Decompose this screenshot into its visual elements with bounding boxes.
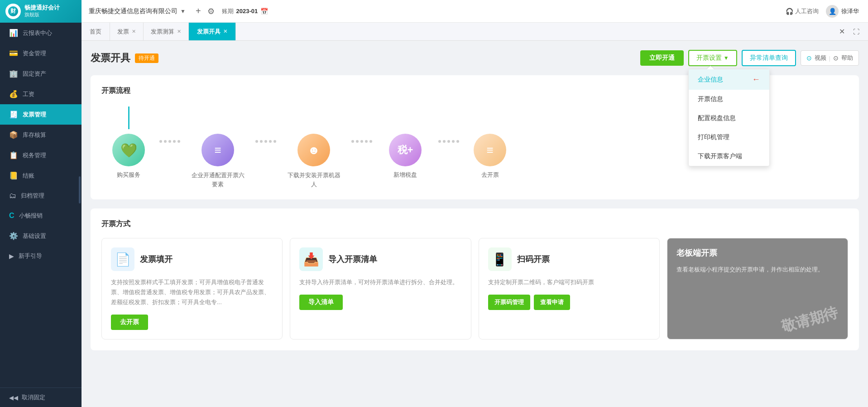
help-label[interactable]: 帮助	[841, 54, 853, 62]
dropdown-printer-label: 打印机管理	[698, 133, 729, 141]
logo-area: 财 畅捷通好会计 旗舰版	[0, 0, 82, 23]
sidebar-item-assets[interactable]: 🏢 固定资产	[0, 63, 82, 84]
video-label[interactable]: 视频	[815, 54, 826, 62]
card3-btn1[interactable]: 开票码管理	[488, 295, 530, 310]
sidebar-item-cloud-report[interactable]: 📊 云报表中心	[0, 23, 82, 43]
card2-btn[interactable]: 导入清单	[299, 295, 343, 310]
status-badge: 待开通	[135, 53, 158, 63]
billing-card-import: 📥 导入开票清单 支持导入待开票清单，可对待开票清单进行拆分、合并处理。 导入清…	[290, 238, 471, 339]
billing-cards-grid: 📄 发票填开 支持按照发票样式手工填开发票；可开具增值税电子普通发票、增值税普通…	[101, 238, 848, 339]
sidebar-label-invoice: 发票管理	[23, 111, 46, 119]
settings-button-label: 开票设置	[696, 54, 722, 62]
sidebar-item-payroll[interactable]: 💰 工资	[0, 84, 82, 104]
step4-circle: 税+	[389, 134, 422, 166]
flow-step-1: 💚 购买服务	[101, 107, 156, 179]
user-avatar-icon: 👤	[826, 5, 839, 18]
sidebar-label-sales: 小畅报销	[19, 212, 43, 220]
card1-title: 发票填开	[140, 254, 173, 265]
sidebar-item-archive[interactable]: 🗂 归档管理	[0, 186, 82, 206]
sidebar-item-fund[interactable]: 💳 资金管理	[0, 43, 82, 63]
tab-invoice-issue-close[interactable]: ✕	[223, 29, 227, 34]
add-company-button[interactable]: +	[193, 6, 204, 16]
billing-section-title: 开票方式	[101, 219, 848, 229]
page-header: 发票开具 待开通 立即开通 开票设置 ▼ 企业信息	[91, 50, 859, 66]
tab-invoice-issue[interactable]: 发票开具 ✕	[189, 23, 236, 40]
step3-circle: ☻	[297, 134, 330, 166]
step2-icon: ≡	[214, 143, 221, 157]
dropdown-item-download[interactable]: 下载开票客户端	[689, 147, 769, 166]
coming-soon-overlay: 敬请期待	[779, 303, 840, 337]
step2-label: 企业开通配置开票六要素	[191, 171, 245, 189]
sidebar-item-sales[interactable]: C 小畅报销	[0, 206, 82, 226]
card1-btn[interactable]: 去开票	[111, 315, 148, 330]
tab-bar: 首页 发票 ✕ 发票测算 ✕ 发票开具 ✕ ✕ ⛶	[82, 23, 868, 41]
sidebar-label-payroll: 工资	[23, 90, 34, 98]
headset-icon: 🎧	[786, 8, 793, 15]
tab-close-all-button[interactable]: ✕	[835, 25, 848, 38]
tab-home[interactable]: 首页	[82, 23, 110, 40]
card4-title: 老板端开票	[676, 247, 717, 258]
tax-icon: 📋	[9, 151, 18, 160]
user-button[interactable]: 👤 徐泽华	[826, 5, 859, 18]
sidebar-label-assets: 固定资产	[23, 70, 46, 78]
company-selector[interactable]: 重庆畅捷交通信息咨询有限公司 ▼	[82, 7, 193, 15]
step1-label: 购买服务	[117, 171, 140, 179]
dropdown-item-printer[interactable]: 打印机管理	[689, 128, 769, 147]
tab-invoice-test-close[interactable]: ✕	[177, 29, 181, 34]
period-label: 账期	[222, 7, 234, 15]
invoice-icon: 🧾	[9, 110, 18, 119]
scroll-indicator	[79, 176, 81, 204]
settings-button[interactable]: 开票设置 ▼	[688, 50, 737, 66]
coming-soon-text: 敬请期待	[779, 304, 839, 335]
flow-dots-2	[252, 140, 280, 143]
guide-icon: ▶	[9, 252, 14, 260]
unpin-button[interactable]: ◀◀ 取消固定	[9, 393, 72, 402]
chart-icon: 📊	[9, 29, 18, 37]
step1-vertical-line	[128, 107, 129, 129]
video-help-area: ⊙ 视频 | ⊙ 帮助	[801, 50, 859, 66]
card3-btn2[interactable]: 查看申请	[534, 295, 570, 310]
support-button[interactable]: 🎧 人工咨询	[786, 7, 819, 15]
sidebar-item-tax[interactable]: 📋 税务管理	[0, 145, 82, 165]
dropdown-download-label: 下载开票客户端	[698, 152, 742, 160]
tab-invoice-close[interactable]: ✕	[132, 29, 136, 34]
sidebar-label-guide: 新手引导	[19, 252, 42, 260]
page-title: 发票开具	[91, 51, 130, 65]
settings-dropdown-container: 开票设置 ▼ 企业信息 ← 开票信息	[688, 50, 737, 66]
billing-card-scan: 📱 扫码开票 支持定制开票二维码，客户端可扫码开票 开票码管理 查看申请	[479, 238, 660, 339]
tab-invoice-test[interactable]: 发票测算 ✕	[144, 23, 189, 40]
activate-button[interactable]: 立即开通	[640, 50, 684, 66]
sidebar-label-accounting: 结账	[23, 172, 34, 180]
step1-icon: 💚	[120, 142, 137, 158]
settings-gear-icon[interactable]: ⚙	[204, 6, 218, 16]
top-bar: 财 畅捷通好会计 旗舰版 重庆畅捷交通信息咨询有限公司 ▼ + ⚙ 账期 202…	[0, 0, 868, 23]
main-content: 发票开具 待开通 立即开通 开票设置 ▼ 企业信息	[82, 41, 868, 407]
dropdown-item-tax-config[interactable]: 配置税盘信息	[689, 109, 769, 128]
card2-icon: 📥	[299, 247, 323, 271]
period-value: 2023-01	[236, 8, 258, 15]
dropdown-arrow-up	[707, 66, 714, 69]
flow-dots-1	[156, 140, 184, 143]
tab-invoice[interactable]: 发票 ✕	[110, 23, 144, 40]
card3-desc: 支持定制开票二维码，客户端可扫码开票	[488, 277, 650, 287]
anomaly-button[interactable]: 异常清单查询	[742, 50, 796, 66]
play-icon: ⊙	[806, 54, 812, 62]
step4-label: 新增税盘	[393, 171, 417, 179]
dropdown-invoice-info-label: 开票信息	[698, 95, 723, 102]
sidebar-label-cloud-report: 云报表中心	[23, 29, 52, 37]
separator: |	[829, 55, 830, 62]
sidebar-item-guide[interactable]: ▶ 新手引导	[0, 246, 82, 266]
flow-step-5: ≡ 去开票	[463, 107, 517, 179]
sidebar-item-inventory[interactable]: 📦 库存核算	[0, 125, 82, 145]
basic-settings-icon: ⚙️	[9, 232, 18, 240]
calendar-icon[interactable]: 📅	[260, 8, 268, 15]
sidebar-item-basic-settings[interactable]: ⚙️ 基础设置	[0, 226, 82, 246]
sidebar-label-fund: 资金管理	[23, 49, 46, 58]
dropdown-item-invoice-info[interactable]: 开票信息	[689, 90, 769, 109]
dropdown-item-company-info[interactable]: 企业信息 ←	[689, 69, 769, 90]
card3-btns: 开票码管理 查看申请	[488, 295, 650, 310]
sidebar-item-accounting[interactable]: 📒 结账	[0, 165, 82, 186]
sidebar-label-archive: 归档管理	[21, 192, 44, 200]
tab-maximize-button[interactable]: ⛶	[850, 25, 863, 38]
sidebar-item-invoice[interactable]: 🧾 发票管理	[0, 104, 82, 125]
